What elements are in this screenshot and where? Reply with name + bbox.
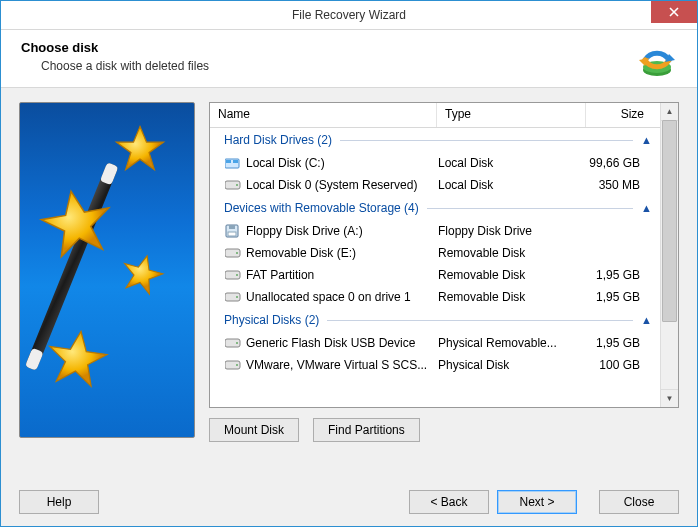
disk-row[interactable]: FAT PartitionRemovable Disk1,95 GB — [210, 264, 660, 286]
disk-row[interactable]: Floppy Disk Drive (A:)Floppy Disk Drive — [210, 220, 660, 242]
group-label: Physical Disks (2) — [224, 313, 319, 327]
disk-type: Physical Removable... — [438, 336, 578, 350]
disk-list: Name Type Size Hard Disk Drives (2)▲Loca… — [209, 102, 679, 408]
svg-rect-13 — [229, 225, 235, 229]
hdd-icon — [224, 177, 242, 193]
svg-point-22 — [236, 342, 238, 344]
header-subtitle: Choose a disk with deleted files — [41, 59, 637, 73]
svg-point-16 — [236, 252, 238, 254]
disk-row[interactable]: Local Disk 0 (System Reserved)Local Disk… — [210, 174, 660, 196]
back-button[interactable]: < Back — [409, 490, 489, 514]
group-label: Devices with Removable Storage (4) — [224, 201, 419, 215]
disk-type: Local Disk — [438, 156, 578, 170]
column-type[interactable]: Type — [437, 103, 586, 127]
disk-name: Local Disk (C:) — [246, 156, 438, 170]
disk-size: 1,95 GB — [578, 336, 660, 350]
header-title: Choose disk — [21, 40, 637, 55]
svg-point-24 — [236, 364, 238, 366]
window-title: File Recovery Wizard — [292, 8, 406, 22]
title-bar: File Recovery Wizard — [1, 1, 697, 30]
svg-rect-9 — [233, 160, 238, 163]
mount-disk-button[interactable]: Mount Disk — [209, 418, 299, 442]
disk-name: Floppy Disk Drive (A:) — [246, 224, 438, 238]
disk-row[interactable]: VMware, VMware Virtual S SCS...Physical … — [210, 354, 660, 376]
group-header[interactable]: Physical Disks (2)▲ — [210, 308, 660, 332]
disk-type: Removable Disk — [438, 246, 578, 260]
disk-name: Unallocated space 0 on drive 1 — [246, 290, 438, 304]
group-header[interactable]: Devices with Removable Storage (4)▲ — [210, 196, 660, 220]
wizard-footer: Help < Back Next > Close — [1, 478, 697, 526]
app-logo-icon — [637, 40, 677, 80]
group-label: Hard Disk Drives (2) — [224, 133, 332, 147]
wizard-sidebar-image — [19, 102, 195, 438]
disk-c-icon — [224, 155, 242, 171]
column-name[interactable]: Name — [210, 103, 437, 127]
chevron-up-icon[interactable]: ▲ — [641, 134, 652, 146]
disk-type: Removable Disk — [438, 290, 578, 304]
scroll-down-icon[interactable]: ▼ — [661, 389, 678, 407]
scroll-up-icon[interactable]: ▲ — [661, 103, 678, 121]
disk-name: FAT Partition — [246, 268, 438, 282]
disk-name: Local Disk 0 (System Reserved) — [246, 178, 438, 192]
wizard-window: File Recovery Wizard Choose disk Choose … — [0, 0, 698, 527]
column-headers: Name Type Size — [210, 103, 660, 128]
group-header[interactable]: Hard Disk Drives (2)▲ — [210, 128, 660, 152]
scroll-thumb[interactable] — [662, 120, 677, 322]
chevron-up-icon[interactable]: ▲ — [641, 314, 652, 326]
svg-rect-14 — [228, 232, 236, 236]
close-window-button[interactable] — [651, 1, 697, 23]
hdd-icon — [224, 357, 242, 373]
disk-row[interactable]: Local Disk (C:)Local Disk99,66 GB — [210, 152, 660, 174]
close-button[interactable]: Close — [599, 490, 679, 514]
hdd-icon — [224, 289, 242, 305]
disk-type: Physical Disk — [438, 358, 578, 372]
svg-point-11 — [236, 184, 238, 186]
disk-name: Generic Flash Disk USB Device — [246, 336, 438, 350]
hdd-icon — [224, 245, 242, 261]
svg-point-20 — [236, 296, 238, 298]
help-button[interactable]: Help — [19, 490, 99, 514]
svg-rect-8 — [226, 160, 231, 163]
floppy-icon — [224, 223, 242, 239]
disk-size: 1,95 GB — [578, 268, 660, 282]
disk-name: VMware, VMware Virtual S SCS... — [246, 358, 438, 372]
disk-type: Removable Disk — [438, 268, 578, 282]
svg-point-18 — [236, 274, 238, 276]
disk-name: Removable Disk (E:) — [246, 246, 438, 260]
disk-size: 99,66 GB — [578, 156, 660, 170]
disk-row[interactable]: Removable Disk (E:)Removable Disk — [210, 242, 660, 264]
chevron-up-icon[interactable]: ▲ — [641, 202, 652, 214]
hdd-icon — [224, 267, 242, 283]
disk-type: Local Disk — [438, 178, 578, 192]
disk-size: 350 MB — [578, 178, 660, 192]
vertical-scrollbar[interactable]: ▲ ▼ — [660, 103, 678, 407]
next-button[interactable]: Next > — [497, 490, 577, 514]
disk-size: 1,95 GB — [578, 290, 660, 304]
hdd-icon — [224, 335, 242, 351]
wizard-header: Choose disk Choose a disk with deleted f… — [1, 30, 697, 88]
column-size[interactable]: Size — [586, 103, 660, 127]
find-partitions-button[interactable]: Find Partitions — [313, 418, 420, 442]
disk-row[interactable]: Generic Flash Disk USB DevicePhysical Re… — [210, 332, 660, 354]
disk-row[interactable]: Unallocated space 0 on drive 1Removable … — [210, 286, 660, 308]
disk-size: 100 GB — [578, 358, 660, 372]
disk-type: Floppy Disk Drive — [438, 224, 578, 238]
